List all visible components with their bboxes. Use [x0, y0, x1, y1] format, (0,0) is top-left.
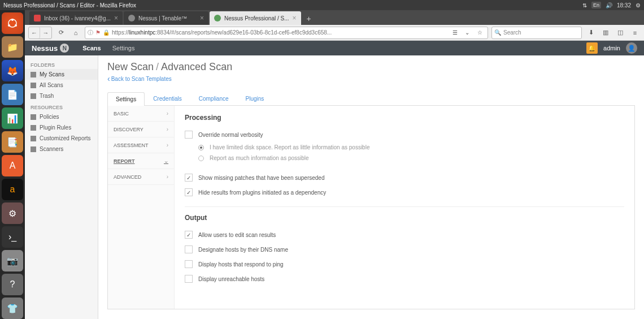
- tab-compliance[interactable]: Compliance: [190, 92, 237, 105]
- nav-scans[interactable]: Scans: [82, 45, 101, 51]
- section-report[interactable]: REPORT⌄: [108, 153, 174, 169]
- svg-point-2: [8, 24, 10, 27]
- opt-display-unreachable[interactable]: Display unreachable hosts: [185, 271, 624, 286]
- tab-settings[interactable]: Settings: [107, 92, 145, 106]
- sidebar-item-plugin-rules[interactable]: Plugin Rules: [25, 122, 98, 133]
- close-icon[interactable]: ×: [200, 14, 204, 22]
- libreoffice-impress-icon[interactable]: 📑: [2, 131, 23, 153]
- sidebar-item-scanners[interactable]: Scanners: [25, 144, 98, 154]
- amazon-icon[interactable]: a: [2, 179, 23, 200]
- bookmark-icon[interactable]: ☆: [474, 27, 485, 38]
- checkbox-icon[interactable]: [185, 231, 193, 239]
- tenable-icon: [128, 15, 135, 21]
- opt-hide-dependency-plugins[interactable]: Hide results from plugins initiated as a…: [185, 185, 624, 200]
- sidebar-item-custom-reports[interactable]: Customized Reports: [25, 133, 98, 144]
- opt-label: Report as much information as possible: [210, 155, 309, 161]
- tab-credentials[interactable]: Credentials: [145, 92, 190, 105]
- close-icon[interactable]: ×: [114, 14, 118, 22]
- checkbox-icon[interactable]: [185, 260, 193, 268]
- sidebar-item-all-scans[interactable]: All Scans: [25, 80, 98, 90]
- sidebar-item-trash[interactable]: Trash: [25, 90, 98, 101]
- terminal-icon[interactable]: ›_: [2, 226, 23, 248]
- menu-icon[interactable]: ≡: [629, 27, 641, 38]
- tab-plugins[interactable]: Plugins: [237, 92, 273, 105]
- browser-tab-tenable[interactable]: Nessus | Tenable™ ×: [124, 11, 208, 25]
- reload-button[interactable]: ⟳: [55, 27, 67, 38]
- gear-icon[interactable]: ⚙: [636, 2, 641, 8]
- opt-show-superseded[interactable]: Show missing patches that have been supe…: [185, 170, 624, 185]
- search-placeholder: Search: [503, 29, 521, 36]
- sidebar-item-policies[interactable]: Policies: [25, 111, 98, 122]
- network-icon[interactable]: ⇅: [582, 2, 587, 8]
- sidebar-folders-header: FOLDERS: [25, 59, 98, 69]
- section-basic[interactable]: BASIC›: [108, 106, 174, 122]
- opt-dns-designate[interactable]: Designate hosts by their DNS name: [185, 242, 624, 257]
- mail-icon: [34, 15, 41, 21]
- nav-settings[interactable]: Settings: [112, 45, 135, 51]
- checkbox-icon[interactable]: [185, 131, 193, 139]
- folder-icon: [31, 72, 36, 77]
- system-indicators: ⇅ En 🔊 18:32 ⚙: [582, 2, 641, 8]
- section-discovery[interactable]: DISCOVERY›: [108, 122, 174, 137]
- browser-tab-nessus[interactable]: Nessus Professional / S... ×: [210, 11, 301, 25]
- report-icon: [31, 136, 36, 141]
- volume-icon[interactable]: 🔊: [606, 2, 612, 8]
- lock-icon: 🔒: [103, 29, 110, 36]
- tab-label: Inbox (36) - ivanney4@g...: [44, 15, 111, 21]
- pocket-icon[interactable]: ⌄: [462, 27, 473, 38]
- sidebar-resources-header: RESOURCES: [25, 101, 98, 111]
- scan-tabs: Settings Credentials Compliance Plugins: [107, 92, 635, 106]
- breadcrumb-new-scan: New Scan: [107, 61, 154, 72]
- checkbox-icon[interactable]: [185, 188, 193, 196]
- help-icon[interactable]: ?: [2, 274, 23, 295]
- notification-icon[interactable]: 🔔: [586, 42, 598, 54]
- permissions-icon[interactable]: ⚑: [95, 29, 101, 36]
- opt-label: Designate hosts by their DNS name: [198, 247, 288, 253]
- app-icon[interactable]: 👕: [2, 298, 23, 319]
- screenshot-icon[interactable]: 📷: [2, 250, 23, 271]
- sidebar-item-my-scans[interactable]: My Scans: [25, 69, 98, 80]
- libreoffice-calc-icon[interactable]: 📊: [2, 107, 23, 129]
- nessus-icon: [214, 15, 221, 21]
- section-assessment[interactable]: ASSESSMENT›: [108, 137, 174, 153]
- checkbox-icon[interactable]: [185, 174, 193, 182]
- info-icon[interactable]: ⓘ: [88, 29, 93, 37]
- svg-point-1: [11, 19, 14, 21]
- url-text: https://linuxhintpc:8834/#/scans/reports…: [112, 29, 447, 36]
- nessus-logo[interactable]: Nessus N: [32, 44, 69, 53]
- section-advanced[interactable]: ADVANCED›: [108, 169, 174, 185]
- settings-icon[interactable]: ⚙: [2, 202, 23, 224]
- back-button[interactable]: ←: [29, 27, 40, 38]
- new-tab-button[interactable]: +: [302, 12, 316, 25]
- checkbox-icon[interactable]: [185, 245, 193, 253]
- software-center-icon[interactable]: A: [2, 155, 23, 176]
- library-icon[interactable]: ▥: [600, 27, 611, 38]
- search-bar[interactable]: 🔍 Search: [491, 27, 582, 39]
- forward-button[interactable]: →: [40, 27, 51, 38]
- files-icon[interactable]: 📁: [2, 36, 23, 58]
- opt-override-verbosity[interactable]: Override normal verbosity: [185, 127, 624, 142]
- opt-allow-edit[interactable]: Allow users to edit scan results: [185, 227, 624, 242]
- opt-label: Display unreachable hosts: [198, 276, 264, 282]
- close-icon[interactable]: ×: [293, 14, 297, 22]
- firefox-icon[interactable]: 🦊: [2, 60, 23, 81]
- opt-label: I have limited disk space. Report as lit…: [210, 144, 369, 150]
- user-label[interactable]: admin: [603, 45, 620, 51]
- back-to-templates-link[interactable]: Back to Scan Templates: [107, 74, 172, 83]
- sidebar-icon[interactable]: ◫: [615, 27, 626, 38]
- home-button[interactable]: ⌂: [70, 27, 81, 38]
- user-avatar-icon[interactable]: 👤: [626, 42, 637, 54]
- chevron-right-icon: ›: [167, 174, 168, 180]
- keyboard-indicator[interactable]: En: [591, 2, 601, 8]
- checkbox-icon[interactable]: [185, 275, 193, 283]
- reader-icon[interactable]: ☰: [449, 27, 460, 38]
- libreoffice-writer-icon[interactable]: 📄: [2, 84, 23, 105]
- dash-icon[interactable]: [2, 12, 23, 34]
- address-bar[interactable]: ⓘ ⚑ 🔒 https://linuxhintpc:8834/#/scans/r…: [85, 27, 488, 39]
- nessus-header: Nessus N Scans Settings 🔔 admin 👤: [25, 41, 644, 55]
- window-title: Nessus Professional / Scans / Editor - M…: [3, 2, 136, 8]
- opt-display-ping[interactable]: Display hosts that respond to ping: [185, 257, 624, 271]
- browser-tab-inbox[interactable]: Inbox (36) - ivanney4@g... ×: [29, 11, 123, 25]
- downloads-icon[interactable]: ⬇: [585, 27, 597, 38]
- clock[interactable]: 18:32: [617, 2, 631, 8]
